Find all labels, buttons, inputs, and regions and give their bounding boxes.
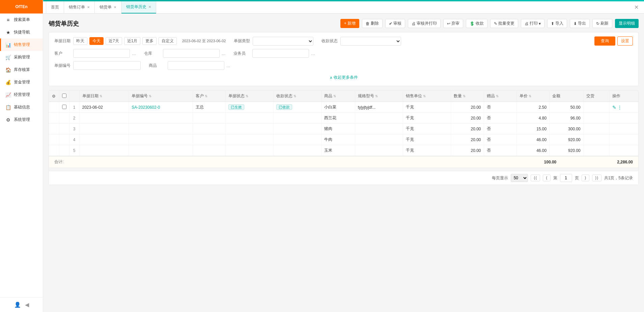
th-gift[interactable]: 赠品 ⇅ [484,90,516,102]
th-goods[interactable]: 商品 ⇅ [321,90,355,102]
cell-checkbox[interactable] [59,134,69,145]
batch-change-button[interactable]: ✎ 批量变更 [490,19,518,28]
th-doc-no[interactable]: 单据编号 ⇅ [129,90,193,102]
tab-sales-history-close[interactable]: ✕ [148,5,151,9]
customer-input[interactable] [73,49,130,58]
next-page-button[interactable]: ⟩ [582,175,589,181]
sidebar-item-sales-mgmt[interactable]: 📊 销售管理 [0,38,43,51]
collapse-button[interactable]: ∧ 收起更多条件 [54,73,633,82]
page-number-input[interactable]: 1 [560,174,572,182]
th-collect-status[interactable]: 收款状态 ⇅ [274,90,321,102]
th-customer[interactable]: 客户 ⇅ [193,90,225,102]
goods-sort[interactable]: 商品 ⇅ [324,93,336,99]
doc-date-sort[interactable]: 单据日期 ⇅ [82,93,102,99]
th-sales-unit[interactable]: 销售单位 ⇅ [403,90,451,102]
tab-sales-order-label: 销售订单 [69,4,85,10]
cell-checkbox[interactable] [59,102,69,113]
per-page-select[interactable]: 50 100 200 [511,174,528,182]
prev-page-button[interactable]: ⟨ [543,175,551,181]
doc-status-sort[interactable]: 单据状态 ⇅ [228,93,248,99]
tab-sales-history[interactable]: 销货单历史 ✕ [121,1,156,14]
sidebar-item-inventory-calc[interactable]: 🏠 库存核算 [0,63,43,76]
goods-input[interactable] [168,61,224,70]
doc-no-sort[interactable]: 单据编号 ⇅ [132,93,151,99]
sidebar-item-quick-nav[interactable]: ★ 快捷导航 [0,26,43,38]
app-logo: OfTEn [0,0,43,14]
customer-more-icon[interactable]: ... [132,51,136,56]
edit-icon[interactable]: ✎ [612,105,616,110]
sidebar-item-sys-mgmt[interactable]: ⚙ 系统管理 [0,113,43,126]
tab-close-all[interactable]: ✕ [632,4,641,10]
delete-icon: 🗑 [366,21,370,26]
show-detail-button[interactable]: 显示明细 [615,19,639,28]
th-doc-status[interactable]: 单据状态 ⇅ [225,90,273,102]
tab-sales-order[interactable]: 销售订单 ✕ [64,1,95,14]
warehouse-input[interactable] [163,49,220,58]
th-quantity[interactable]: 数量 ⇅ [451,90,484,102]
doc-type-select[interactable] [253,37,313,46]
date-today-btn[interactable]: 今天 [89,37,104,45]
cell-gift: 否 [484,134,516,145]
spec-type-sort[interactable]: 规格型号 ⇅ [358,93,378,99]
settings-button[interactable]: 设置 [617,36,633,46]
sidebar-item-search-menu[interactable]: ≡ 搜索菜单 [0,14,43,26]
pagination-bar: 每页显示 50 100 200 ⟨⟨ ⟨ 第 1 页 ⟩ ⟩⟩ 共1页，5条记录 [49,171,638,185]
print-button[interactable]: 🖨 打印 ▾ [521,19,544,28]
cell-checkbox[interactable] [59,113,69,124]
gift-sort[interactable]: 赠品 ⇅ [487,93,499,99]
cell-checkbox[interactable] [59,145,69,156]
refresh-button[interactable]: ↻ 刷新 [592,19,612,28]
tab-home-label: 首页 [51,4,59,10]
select-all-checkbox[interactable] [62,94,66,98]
goods-more-icon[interactable]: ... [226,63,230,68]
date-7days-btn[interactable]: 近7天 [106,37,122,45]
collect-status-sort[interactable]: 收款状态 ⇅ [276,93,296,99]
query-button[interactable]: 查询 [594,36,615,46]
export-button[interactable]: ⬇ 导出 [570,19,590,28]
date-more-btn[interactable]: 更多 [142,37,157,45]
horizontal-scrollbar[interactable] [49,167,638,171]
cell-checkbox[interactable] [59,124,69,134]
docno-input[interactable] [73,61,141,70]
date-custom-btn[interactable]: 自定义 [159,37,177,45]
th-spec-type[interactable]: 规格型号 ⇅ [355,90,403,102]
salesperson-more-icon[interactable]: ... [311,51,315,56]
more-action-icon[interactable]: ⋮ [617,105,622,110]
sidebar-item-purchase-mgmt[interactable]: 🛒 采购管理 [0,51,43,63]
tab-sales-delivery-close[interactable]: ✕ [114,5,116,9]
collect-button[interactable]: 💲 收款 [466,19,487,28]
tab-home[interactable]: 首页 [46,1,64,14]
new-button[interactable]: + 新增 [340,19,359,28]
cell-unit-price: 46.00 [516,145,549,156]
warehouse-label: 仓库 [144,51,161,56]
delete-button[interactable]: 🗑 删除 [362,19,383,28]
tab-sales-delivery[interactable]: 销货单 ✕ [95,1,121,14]
sidebar-user-icon[interactable]: 👤 [14,302,21,308]
sidebar-collapse-icon[interactable]: ◀ [25,302,29,308]
sidebar-item-finance-mgmt[interactable]: 💰 资金管理 [0,76,43,88]
first-page-button[interactable]: ⟨⟨ [531,175,540,181]
th-unit-price[interactable]: 单价 ⇅ [516,90,549,102]
sales-unit-sort[interactable]: 销售单位 ⇅ [406,93,426,99]
unit-price-sort[interactable]: 单价 ⇅ [520,93,531,99]
last-page-button[interactable]: ⟩⟩ [592,175,601,181]
audit-button[interactable]: ✔ 审核 [385,19,405,28]
table-row: 5 玉米 千克 20.00 否 46.00 920.00 [49,145,638,156]
sidebar-item-basic-info[interactable]: 📋 基础信息 [0,101,43,113]
table-row: 2 西兰花 千克 20.00 否 4.80 96.00 [49,113,638,124]
tab-sales-order-close[interactable]: ✕ [87,5,90,9]
th-doc-date[interactable]: 单据日期 ⇅ [79,90,129,102]
quantity-sort[interactable]: 数量 ⇅ [454,93,466,99]
customer-sort[interactable]: 客户 ⇅ [196,93,207,99]
row-checkbox[interactable] [62,105,66,109]
sidebar-item-ops-mgmt[interactable]: 📈 经营管理 [0,88,43,101]
import-button[interactable]: ⬆ 导入 [547,19,567,28]
th-settings[interactable]: ⚙ [49,90,59,102]
date-yesterday-btn[interactable]: 昨天 [73,37,87,45]
warehouse-more-icon[interactable]: ... [222,51,226,56]
collect-status-select[interactable] [340,37,401,46]
date-1month-btn[interactable]: 近1月 [124,37,141,45]
abandon-button[interactable]: ↩ 弃审 [443,19,463,28]
audit-print-button[interactable]: 🖨 审核并打印 [408,19,441,28]
salesperson-input[interactable] [252,49,309,58]
